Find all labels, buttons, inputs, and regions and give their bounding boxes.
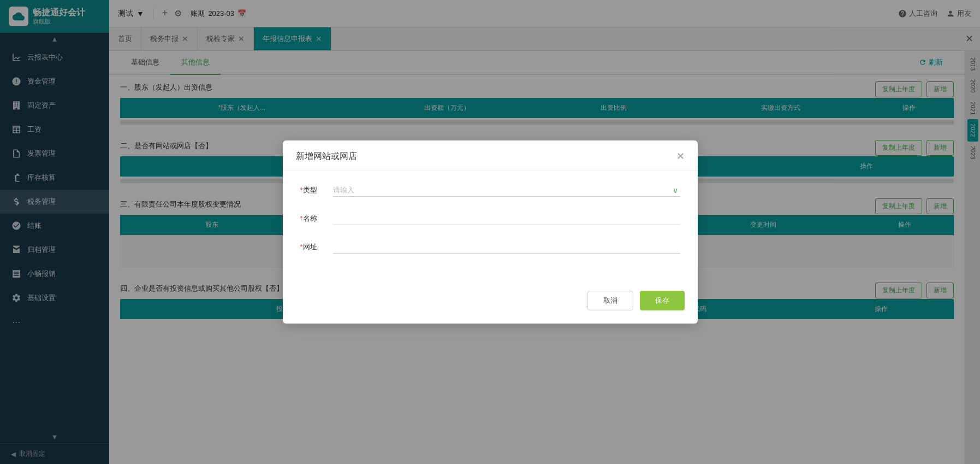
dialog-close-btn[interactable]: ✕ <box>676 150 685 162</box>
form-label-url: *网址 <box>300 242 333 252</box>
cancel-button[interactable]: 取消 <box>587 291 633 310</box>
form-input-wrapper-url <box>333 240 680 254</box>
form-input-wrapper-name <box>333 212 680 225</box>
required-star: * <box>300 243 303 251</box>
form-field-type: *类型 ∨ <box>300 184 680 197</box>
dialog-body: *类型 ∨ *名称 *网址 <box>283 171 698 282</box>
save-button[interactable]: 保存 <box>640 291 685 310</box>
dropdown-arrow-icon[interactable]: ∨ <box>673 186 678 195</box>
dialog-overlay: 新增网站或网店 ✕ *类型 ∨ *名称 <box>0 0 980 464</box>
form-field-url: *网址 <box>300 240 680 254</box>
dialog-header: 新增网站或网店 ✕ <box>283 140 698 171</box>
form-label-type: *类型 <box>300 185 333 195</box>
dialog-footer: 取消 保存 <box>283 282 698 324</box>
type-input[interactable] <box>333 184 680 196</box>
name-input[interactable] <box>333 212 680 225</box>
dialog-add-website: 新增网站或网店 ✕ *类型 ∨ *名称 <box>283 140 698 324</box>
required-star: * <box>300 186 303 194</box>
form-label-name: *名称 <box>300 214 333 224</box>
form-field-name: *名称 <box>300 212 680 225</box>
required-star: * <box>300 214 303 222</box>
form-input-wrapper-type: ∨ <box>333 184 680 197</box>
url-input[interactable] <box>333 240 680 253</box>
dialog-title: 新增网站或网店 <box>296 151 357 162</box>
